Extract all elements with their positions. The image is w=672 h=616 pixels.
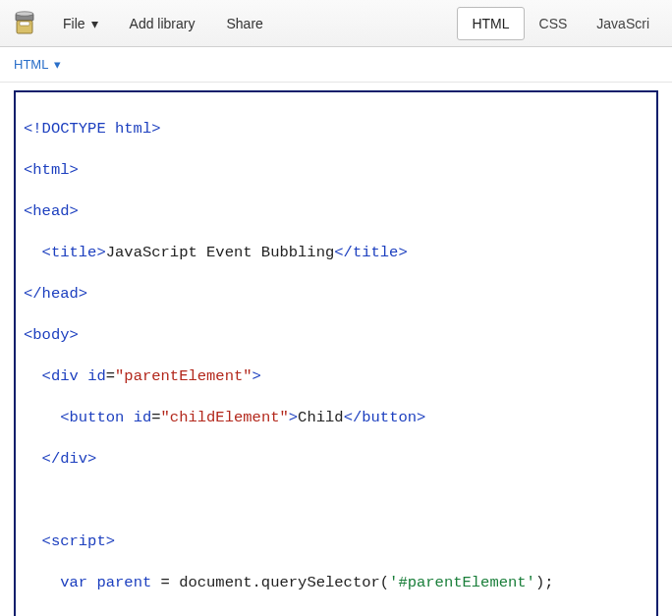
chevron-down-icon: ▾ bbox=[54, 57, 61, 72]
sub-toolbar: HTML ▾ bbox=[0, 47, 672, 83]
main-toolbar: File ▾ Add library Share HTML CSS JavaSc… bbox=[0, 0, 672, 47]
tab-css[interactable]: CSS bbox=[525, 7, 583, 40]
app-logo-icon bbox=[12, 11, 37, 36]
svg-point-1 bbox=[16, 11, 33, 15]
svg-rect-3 bbox=[20, 22, 29, 26]
add-library-button[interactable]: Add library bbox=[124, 12, 201, 35]
toolbar-right: HTML CSS JavaScri bbox=[457, 7, 664, 40]
toolbar-left: File ▾ Add library Share bbox=[8, 11, 269, 36]
share-button[interactable]: Share bbox=[220, 12, 268, 35]
code-content: <!DOCTYPE html> <html> <head> <title>Jav… bbox=[24, 98, 652, 616]
tab-html[interactable]: HTML bbox=[457, 7, 524, 40]
file-menu[interactable]: File ▾ bbox=[57, 12, 104, 35]
file-menu-label: File bbox=[63, 16, 85, 31]
chevron-down-icon: ▾ bbox=[91, 16, 98, 31]
html-panel-label: HTML bbox=[14, 57, 48, 72]
html-panel-dropdown[interactable]: HTML ▾ bbox=[14, 57, 61, 72]
tab-javascript[interactable]: JavaScri bbox=[582, 7, 664, 40]
code-editor[interactable]: <!DOCTYPE html> <html> <head> <title>Jav… bbox=[14, 90, 658, 616]
